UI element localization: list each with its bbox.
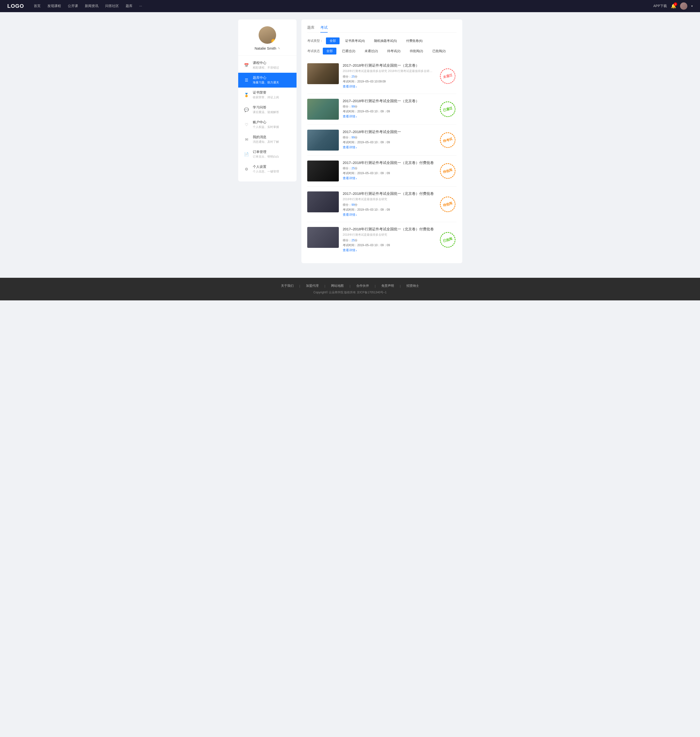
exam-desc: 2018年行测考试是最值得多去研究 2018年行测考试是最值得多去研究 2018… (343, 69, 435, 73)
main-nav: 首页发现课程公开课新闻资讯问答社区题库··· (34, 4, 653, 8)
sidebar-profile: ⭐ Natalie Smith ✎ (238, 19, 297, 56)
navbar-right: APP下载 🔔 1 ▾ (653, 3, 693, 10)
nav-item[interactable]: 问答社区 (105, 4, 119, 8)
sidebar-item-课程中心[interactable]: 📅 课程中心 精彩课程、不容错过 (238, 58, 297, 73)
exam-detail-link[interactable]: 查看详情 › (343, 84, 435, 89)
sidebar-username: Natalie Smith ✎ (254, 46, 280, 50)
footer-separator: | (300, 284, 300, 288)
sidebar-item-个人设置[interactable]: ⚙ 个人设置 个人信息、一键管理 (238, 162, 297, 177)
exam-score-value: 99 (351, 136, 354, 139)
bell-badge: 1 (674, 3, 677, 6)
footer-link[interactable]: 加盟代理 (306, 284, 319, 288)
tab-考试[interactable]: 考试 (321, 25, 328, 32)
main-content: 题库考试 考试类型： 全部证书类考试(4)随机抽题考试(5)付费批卷(6) 考试… (301, 19, 462, 263)
sidebar-item-账户中心[interactable]: ♡ 账户中心 个人权益、实时掌握 (238, 117, 297, 132)
exam-desc: 2018年行测考试是最值得多去研究 (343, 233, 435, 237)
logo[interactable]: LOGO (7, 3, 24, 9)
exam-thumbnail (307, 63, 339, 84)
footer-link[interactable]: 招贤纳士 (406, 284, 419, 288)
sidebar-item-sub: 课后重温、疑难解答 (253, 110, 292, 114)
exam-item: 2017–2018年行测证件考试全国统一（北京卷） 得分：99分 考试时间：20… (307, 94, 456, 125)
avatar: ⭐ (259, 26, 276, 44)
nav-item[interactable]: 新闻资讯 (85, 4, 99, 8)
exam-detail-link[interactable]: 查看详情 › (343, 176, 435, 180)
exam-thumbnail (307, 130, 339, 150)
sidebar-item-证书荣誉[interactable]: 🏅 证书荣誉 收获荣誉、持证上岗 (238, 88, 297, 102)
sidebar-item-title: 个人设置 (253, 165, 292, 169)
exam-info: 2017–2018年行测证件考试全国统一（北京卷）付费批卷 2018年行测考试是… (343, 192, 435, 217)
sidebar-item-学习问答[interactable]: 💬 学习问答 课后重温、疑难解答 (238, 102, 297, 117)
exam-title: 2017–2018年行测证件考试全国统一（北京卷）付费批卷 (343, 192, 435, 196)
filter-status-btn[interactable]: 未通过(2) (361, 48, 382, 55)
exam-score-value: 99 (351, 203, 354, 206)
sidebar-menu: 📅 课程中心 精彩课程、不容错过 ☰ 题库中心 海量习题、助力通关 🏅 证书荣誉… (238, 58, 297, 177)
sidebar-item-题库中心[interactable]: ☰ 题库中心 海量习题、助力通关 (238, 73, 297, 88)
nav-item[interactable]: 题库 (126, 4, 132, 8)
footer-separator: | (350, 284, 350, 288)
exam-score: 得分：99分 (343, 136, 435, 140)
avatar[interactable] (680, 3, 687, 10)
exam-score: 得分：99分 (343, 105, 435, 109)
exam-detail-link[interactable]: 查看详情 › (343, 145, 435, 150)
exam-time: 考试时间：2019–05–03 10：09：09 (343, 208, 435, 212)
footer-link[interactable]: 免责声明 (381, 284, 394, 288)
sidebar-item-sub: 订单支出、明明白白 (253, 155, 292, 159)
exam-thumbnail (307, 192, 339, 212)
sidebar-item-sub: 个人权益、实时掌握 (253, 125, 292, 129)
sidebar-item-title: 课程中心 (253, 61, 292, 65)
footer-link[interactable]: 关于我们 (281, 284, 294, 288)
exam-status-stamp: 已批阅 (438, 230, 457, 249)
nav-item[interactable]: 发现课程 (47, 4, 61, 8)
footer-separator: | (325, 284, 325, 288)
nav-item[interactable]: 首页 (34, 4, 41, 8)
exam-status-badge: 已批阅 (439, 231, 456, 249)
sidebar-item-我的消息[interactable]: ✉ 我的消息 消息通知、及时了解 (238, 132, 297, 147)
filter-type-btn[interactable]: 随机抽题考试(5) (371, 37, 400, 44)
exam-score: 得分：25分 (343, 75, 435, 79)
sidebar-item-sub: 海量习题、助力通关 (253, 81, 292, 85)
sidebar-item-icon: 🏅 (243, 92, 250, 99)
chevron-down-icon[interactable]: ▾ (691, 4, 693, 8)
exam-item: 2017–2018年行测证件考试全国统一（北京卷） 2018年行测考试是最值得多… (307, 58, 456, 94)
exam-info: 2017–2018年行测证件考试全国统一（北京卷）付费批卷 得分：25分 考试时… (343, 161, 435, 180)
exam-detail-link[interactable]: 查看详情 › (343, 114, 435, 119)
footer-link[interactable]: 合作伙伴 (356, 284, 369, 288)
filter-status-btn[interactable]: 待批阅(2) (406, 48, 427, 55)
exam-title: 2017–2018年行测证件考试全国统一 (343, 130, 435, 134)
exam-title: 2017–2018年行测证件考试全国统一（北京卷） (343, 63, 435, 68)
footer-links: 关于我们|加盟代理|网站地图|合作伙伴|免责声明|招贤纳士 (10, 284, 690, 288)
exam-status-badge: 未通过 (439, 67, 456, 85)
sidebar-item-icon: ☰ (243, 77, 250, 84)
footer-separator: | (400, 284, 400, 288)
chevron-right-icon: › (356, 213, 357, 217)
sidebar: ⭐ Natalie Smith ✎ 📅 课程中心 精彩课程、不容错过 ☰ 题库中… (238, 19, 297, 181)
filter-status-btn[interactable]: 已批阅(2) (429, 48, 449, 55)
filter-status-btn[interactable]: 待考试(2) (384, 48, 404, 55)
sidebar-item-订单管理[interactable]: 📄 订单管理 订单支出、明明白白 (238, 147, 297, 162)
exam-list: 2017–2018年行测证件考试全国统一（北京卷） 2018年行测考试是最值得多… (307, 58, 456, 257)
notification-bell[interactable]: 🔔 1 (671, 3, 676, 9)
exam-detail-link[interactable]: 查看详情 › (343, 212, 435, 217)
filter-type-btn[interactable]: 证书类考试(4) (341, 37, 369, 44)
exam-status-stamp: 待批阅 (438, 195, 457, 214)
exam-status-stamp: 待批阅 (438, 162, 457, 180)
exam-time: 考试时间：2019–05–03 10：09：09 (343, 109, 435, 113)
sidebar-item-sub: 个人信息、一键管理 (253, 170, 292, 174)
tab-题库[interactable]: 题库 (307, 25, 315, 32)
filter-status-btn[interactable]: 已通过(2) (338, 48, 359, 55)
filter-status-btn[interactable]: 全部 (323, 48, 337, 55)
sidebar-item-sub: 收获荣誉、持证上岗 (253, 95, 292, 99)
chevron-right-icon: › (356, 85, 357, 88)
footer-link[interactable]: 网站地图 (331, 284, 344, 288)
nav-item[interactable]: 公开课 (68, 4, 78, 8)
exam-time: 考试时间：2019–05–03 10：09：09 (343, 243, 435, 248)
filter-type-btn[interactable]: 付费批卷(6) (403, 37, 426, 44)
exam-status-badge: 待考试 (439, 131, 456, 149)
nav-item[interactable]: ··· (139, 4, 142, 8)
edit-icon[interactable]: ✎ (278, 47, 280, 50)
exam-info: 2017–2018年行测证件考试全国统一（北京卷） 2018年行测考试是最值得多… (343, 63, 435, 89)
app-download-btn[interactable]: APP下载 (653, 4, 667, 8)
sidebar-item-title: 证书荣誉 (253, 90, 292, 95)
filter-type-btn[interactable]: 全部 (326, 37, 340, 44)
exam-detail-link[interactable]: 查看详情 › (343, 248, 435, 252)
